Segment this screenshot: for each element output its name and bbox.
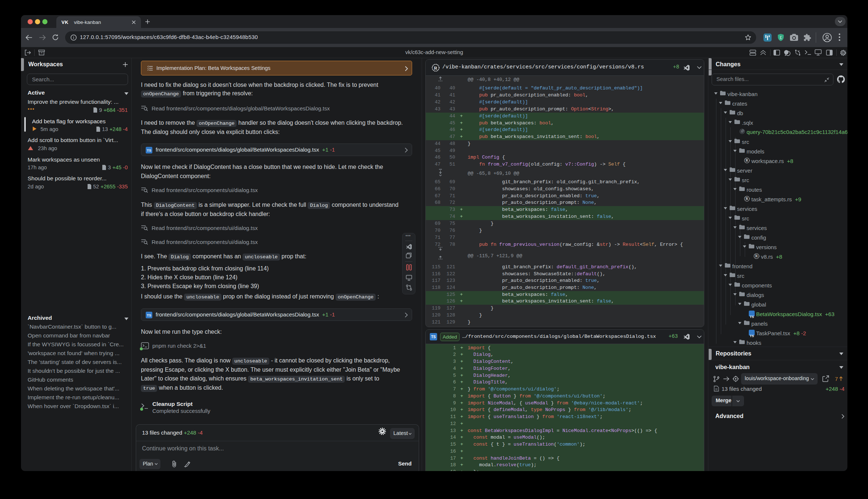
svg-text:R: R	[434, 65, 437, 71]
svg-text:R: R	[746, 159, 748, 162]
svg-text:R: R	[755, 254, 758, 258]
svg-text:£: £	[780, 35, 782, 40]
svg-text:R: R	[746, 197, 748, 201]
